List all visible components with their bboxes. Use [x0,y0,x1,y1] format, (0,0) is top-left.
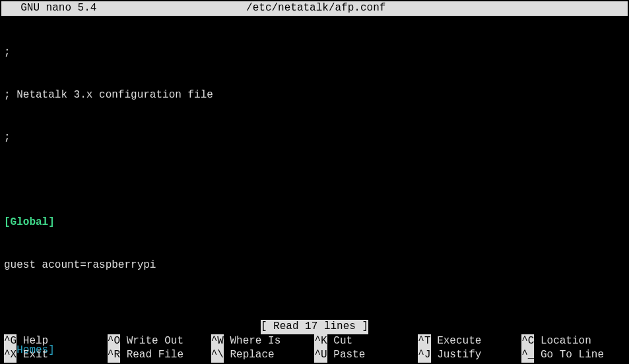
editor-line [4,173,625,187]
shortcut-writeout[interactable]: ^O Write Out [108,334,211,349]
shortcut-key: ^\ [211,348,224,363]
shortcut-key: ^T [418,334,430,349]
shortcut-key: ^G [4,334,17,349]
status-message: [ Read 17 lines ] [261,320,368,334]
title-bar: GNU nano 5.4 /etc/netatalk/afp.conf [1,1,628,16]
shortcut-key: ^_ [521,348,534,363]
shortcut-label: Replace [224,348,275,363]
shortcut-execute[interactable]: ^T Execute [418,334,521,349]
shortcut-label: Exit [17,348,48,363]
editor-line [4,301,625,315]
shortcut-label: Paste [327,348,366,363]
shortcut-readfile[interactable]: ^R Read File [108,348,211,363]
bottom-bar: [ Read 17 lines ] ^G Help ^O Write Out ^… [1,320,628,363]
shortcut-label: Execute [431,334,482,349]
file-path: /etc/netatalk/afp.conf [96,1,628,16]
editor-line: ; [4,46,625,60]
shortcut-key: ^K [314,334,327,349]
shortcut-row-1: ^G Help ^O Write Out ^W Where Is ^K Cut … [1,334,628,349]
status-wrap: [ Read 17 lines ] [1,320,628,334]
shortcut-key: ^X [4,348,17,363]
shortcut-cut[interactable]: ^K Cut [314,334,418,349]
shortcut-key: ^C [521,334,534,349]
shortcut-paste[interactable]: ^U Paste [314,348,418,363]
shortcut-key: ^R [108,348,120,363]
editor-line: ; [4,131,625,145]
shortcut-row-2: ^X Exit ^R Read File ^\ Replace ^U Paste… [1,348,628,363]
section-header: [Global] [4,216,625,230]
shortcut-replace[interactable]: ^\ Replace [211,348,315,363]
shortcut-help[interactable]: ^G Help [4,334,108,349]
shortcut-label: Cut [327,334,352,349]
shortcut-key: ^W [211,334,224,349]
app-name: GNU nano 5.4 [1,1,96,16]
shortcut-label: Location [534,334,591,349]
editor-line: guest acount=raspberrypi [4,258,625,273]
shortcut-key: ^U [314,348,327,363]
editor-area[interactable]: ; ; Netatalk 3.x configuration file ; [G… [1,16,628,364]
editor-line: ; Netatalk 3.x configuration file [4,88,625,103]
shortcut-key: ^O [108,334,120,349]
shortcut-justify[interactable]: ^J Justify [418,348,521,363]
shortcut-label: Justify [431,348,482,363]
shortcut-location[interactable]: ^C Location [521,334,625,349]
shortcut-label: Go To Line [534,348,604,363]
shortcut-gotoline[interactable]: ^_ Go To Line [521,348,625,363]
shortcut-label: Read File [120,348,183,363]
shortcut-key: ^J [418,348,430,363]
shortcut-label: Help [17,334,48,349]
shortcut-label: Where Is [224,334,281,349]
shortcut-whereis[interactable]: ^W Where Is [211,334,315,349]
shortcut-exit[interactable]: ^X Exit [4,348,108,363]
shortcut-label: Write Out [120,334,183,349]
